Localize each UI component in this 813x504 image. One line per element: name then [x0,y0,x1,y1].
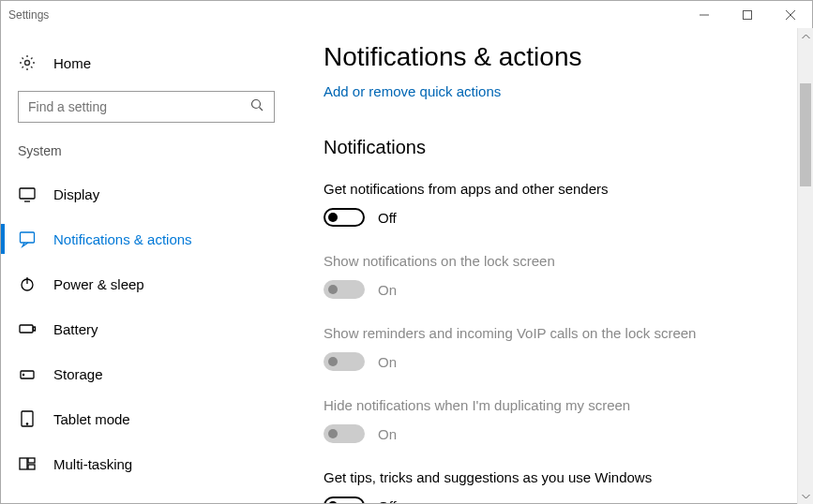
search-icon [250,98,264,115]
multitasking-icon [18,454,37,473]
toggle-value: Off [378,498,397,504]
search-input[interactable] [18,91,275,123]
svg-rect-13 [34,327,36,331]
svg-rect-20 [28,465,35,469]
category-label: System [1,143,292,171]
scroll-up-arrow[interactable] [798,28,813,44]
maximize-button[interactable] [726,1,769,29]
power-icon [18,274,37,293]
setting-get-notifications: Get notifications from apps and other se… [324,181,793,227]
setting-label: Show reminders and incoming VoIP calls o… [324,325,793,341]
sidebar-item-storage[interactable]: Storage [1,351,292,396]
svg-point-17 [26,423,27,424]
setting-label: Hide notifications when I'm duplicating … [324,397,793,413]
sidebar-item-tablet[interactable]: Tablet mode [1,396,292,441]
home-button[interactable]: Home [1,48,292,85]
toggle-switch [324,352,365,371]
svg-rect-19 [28,458,35,463]
setting-tips: Get tips, tricks and suggestions as you … [324,469,793,503]
sidebar-item-notifications[interactable]: Notifications & actions [1,216,292,261]
sidebar-item-battery[interactable]: Battery [1,306,292,351]
svg-rect-12 [20,325,33,333]
svg-point-15 [23,374,23,375]
svg-rect-7 [20,188,35,199]
setting-lock-screen: Show notifications on the lock screen On [324,253,793,299]
setting-voip-lock: Show reminders and incoming VoIP calls o… [324,325,793,371]
sidebar-item-label: Multi-tasking [53,456,132,472]
svg-point-4 [25,61,30,66]
title-bar: Settings [1,1,812,29]
svg-line-6 [260,108,263,111]
svg-rect-18 [20,458,27,469]
sidebar-item-display[interactable]: Display [1,171,292,216]
toggle-switch[interactable] [324,208,365,227]
gear-icon [18,53,37,72]
toggle-switch [324,424,365,443]
close-button[interactable] [769,1,812,29]
svg-point-5 [252,100,261,109]
window-title: Settings [8,8,683,22]
sidebar: Home System Display Notifi [1,29,292,503]
sidebar-item-label: Battery [53,321,98,337]
svg-rect-1 [744,11,752,20]
sidebar-item-label: Storage [53,366,103,382]
scroll-down-arrow[interactable] [798,488,813,504]
search-field[interactable] [28,99,250,114]
setting-label: Get tips, tricks and suggestions as you … [324,469,793,485]
sidebar-item-power[interactable]: Power & sleep [1,261,292,306]
toggle-value: Off [378,210,397,226]
toggle-switch [324,280,365,299]
scroll-track[interactable] [798,44,813,488]
sidebar-item-multitasking[interactable]: Multi-tasking [1,441,292,486]
content-area: Notifications & actions Add or remove qu… [292,29,812,503]
nav-list: Display Notifications & actions Power & … [1,171,292,486]
battery-icon [18,319,37,338]
svg-rect-9 [21,232,35,243]
setting-label: Get notifications from apps and other se… [324,181,793,197]
setting-label: Show notifications on the lock screen [324,253,793,269]
toggle-value: On [378,282,397,298]
home-label: Home [53,55,91,71]
scrollbar[interactable] [797,28,813,504]
sidebar-item-label: Power & sleep [53,276,144,292]
sidebar-item-label: Tablet mode [53,411,130,427]
notifications-icon [18,230,37,248]
storage-icon [18,364,37,383]
display-icon [18,185,37,203]
toggle-switch[interactable] [324,497,365,503]
setting-duplicating: Hide notifications when I'm duplicating … [324,397,793,443]
sidebar-item-label: Notifications & actions [53,231,192,247]
toggle-value: On [378,354,397,370]
window-controls [683,1,812,29]
minimize-button[interactable] [683,1,726,29]
page-title: Notifications & actions [324,42,793,72]
scroll-thumb[interactable] [800,83,811,186]
toggle-value: On [378,426,397,442]
sidebar-item-label: Display [53,186,99,202]
tablet-icon [18,409,37,428]
quick-actions-link[interactable]: Add or remove quick actions [324,83,501,99]
section-heading: Notifications [324,137,793,158]
